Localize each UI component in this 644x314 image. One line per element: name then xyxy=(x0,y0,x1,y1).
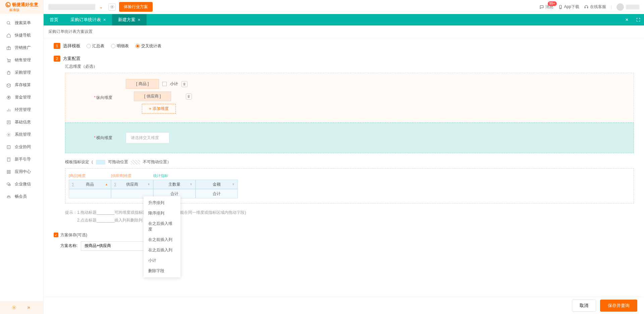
nav-label: 系统管理 xyxy=(15,132,31,137)
vdim-title: 汇总维度（必选） xyxy=(65,64,634,69)
nav-label: 应用中心 xyxy=(15,169,31,175)
list-icon xyxy=(6,120,11,125)
indicator-title: 模板指标设定（ 可拖动位置 不可拖动位置） xyxy=(65,159,634,165)
cell-empty xyxy=(69,189,111,198)
wechat-icon xyxy=(6,182,11,187)
radio-icon xyxy=(136,44,140,48)
menu-insert-col-after[interactable]: 在之后插入列 xyxy=(144,245,180,255)
menu-sort-desc[interactable]: 降序排列 xyxy=(144,208,180,218)
step-label: 方案配置 xyxy=(63,56,80,62)
delete-icon[interactable]: 🗑 xyxy=(181,81,187,87)
tab-home[interactable]: 首页 xyxy=(44,14,64,25)
nav-finance[interactable]: ¥资金管理 xyxy=(0,91,43,104)
cancel-button[interactable]: 取消 xyxy=(572,300,596,312)
breadcrumb: 采购订单统计表方案设置 xyxy=(44,25,644,38)
settings-button[interactable] xyxy=(108,3,116,11)
svg-text:¥: ¥ xyxy=(8,96,9,99)
home-icon xyxy=(6,33,11,38)
radio-cross[interactable]: 交叉统计表 xyxy=(136,43,161,49)
close-icon[interactable]: ✕ xyxy=(138,18,141,22)
add-dimension-button[interactable]: +添加维度 xyxy=(142,104,176,114)
service-button[interactable]: 在线客服 xyxy=(584,4,606,10)
svg-point-1 xyxy=(7,21,10,24)
delete-icon[interactable]: 🗑 xyxy=(186,93,192,100)
step-badge: 1 xyxy=(54,43,60,49)
nav-vip[interactable]: 畅会员 xyxy=(0,190,43,203)
topbar: ⌄ 体验行业方案 消息 99+ App下载 在线客服 | xyxy=(44,0,644,14)
col-product[interactable]: 商品▲ xyxy=(69,180,111,189)
nav-quick[interactable]: 快捷导航 xyxy=(0,29,43,42)
tab-label: 首页 xyxy=(50,17,58,23)
user-name-redacted xyxy=(626,5,639,9)
link-icon xyxy=(6,144,11,150)
nav-marketing[interactable]: 营销推广 xyxy=(0,42,43,54)
fullscreen-button[interactable] xyxy=(633,14,644,25)
footer-bar: 取消 保存并查询 xyxy=(44,297,644,314)
nav-purchase[interactable]: 采购管理 xyxy=(0,66,43,79)
col-amount[interactable]: 金额▼ xyxy=(196,180,238,189)
radio-detail[interactable]: 明细表 xyxy=(111,43,129,49)
tab-purchase-stats[interactable]: 采购订单统计表✕ xyxy=(64,14,112,25)
box-icon xyxy=(6,82,11,88)
vdim-label: *纵向维度 xyxy=(79,95,112,101)
nav-label: 销售管理 xyxy=(15,57,31,63)
legend-draggable xyxy=(96,160,105,165)
user-menu[interactable] xyxy=(616,3,639,11)
menu-sort-asc[interactable]: 升序排列 xyxy=(144,198,180,208)
menu-insert-col-before[interactable]: 在之前插入列 xyxy=(144,235,180,245)
cta-button[interactable]: 体验行业方案 xyxy=(119,2,153,12)
col-quantity[interactable]: 主数量▼ xyxy=(153,180,196,189)
svg-rect-21 xyxy=(7,172,8,174)
radio-summary[interactable]: 汇总表 xyxy=(87,43,104,49)
gift-icon xyxy=(6,45,11,51)
main: ⌄ 体验行业方案 消息 99+ App下载 在线客服 | xyxy=(44,0,644,314)
hdim-select[interactable]: 请选择交叉维度 xyxy=(126,132,169,143)
menu-delete-field[interactable]: 删除字段 xyxy=(144,266,180,276)
col-supplier[interactable]: 供应商▼ xyxy=(111,180,153,189)
nav-basic[interactable]: 基础信息 xyxy=(0,116,43,128)
collapse-icon[interactable] xyxy=(27,305,32,310)
close-icon[interactable]: ✕ xyxy=(103,18,106,22)
svg-rect-26 xyxy=(28,306,28,309)
tab-new-scheme[interactable]: 新建方案✕ xyxy=(112,14,147,25)
nav-wechat[interactable]: 企业微信 xyxy=(0,178,43,190)
dim-chip-supplier[interactable]: [ 供应商 ] xyxy=(134,91,171,101)
top-actions: 消息 99+ App下载 在线客服 | xyxy=(539,3,639,11)
nav-guide[interactable]: 新手引导 xyxy=(0,153,43,166)
menu-insert-dim-after[interactable]: 在之后插入维度 xyxy=(144,218,180,235)
nav-sales[interactable]: 销售管理 xyxy=(0,54,43,66)
nav-system[interactable]: 系统管理 xyxy=(0,128,43,141)
divider: | xyxy=(611,5,612,9)
org-selector[interactable]: ⌄ xyxy=(48,4,105,10)
close-all-button[interactable]: ✕ xyxy=(621,14,633,25)
nav-appcenter[interactable]: 应用中心 xyxy=(0,166,43,178)
nav-label: 经营管理 xyxy=(15,107,31,113)
vertical-dimension-box: *纵向维度 [ 商品 ] 小计 🗑 [ 供应商 ] 🗑 xyxy=(65,73,634,123)
column-context-menu: 升序排列 降序排列 在之后插入维度 在之前插入列 在之后插入列 小计 删除字段 xyxy=(144,196,180,277)
radio-label: 汇总表 xyxy=(92,43,104,49)
sidebar-footer xyxy=(0,301,43,314)
nav-operation[interactable]: 经营管理 xyxy=(0,104,43,116)
content: 采购订单统计表方案设置 1 选择模板 汇总表 明细表 交叉统计表 2 方案配置 xyxy=(44,25,644,314)
tab-label: 采购订单统计表 xyxy=(70,17,101,23)
nav-label: 企业微信 xyxy=(15,181,31,187)
save-query-button[interactable]: 保存并查询 xyxy=(600,300,637,312)
nav-collab[interactable]: 企业协同 xyxy=(0,141,43,153)
dim-chip-product[interactable]: [ 商品 ] xyxy=(126,79,159,89)
svg-point-6 xyxy=(10,61,10,62)
gear-icon xyxy=(6,132,11,137)
nav-search[interactable]: 搜索菜单 xyxy=(0,17,43,29)
save-checkbox[interactable]: ✓ xyxy=(54,233,58,237)
svg-rect-20 xyxy=(9,170,10,172)
save-opt-label: 方案保存(可选) xyxy=(60,232,87,238)
messages-button[interactable]: 消息 99+ xyxy=(539,4,553,10)
app-icon xyxy=(6,169,11,175)
save-opt: ✓ 方案保存(可选) xyxy=(54,232,634,238)
chevron-down-icon: ▼ xyxy=(147,183,150,186)
meta-stat: 统计指标 xyxy=(153,173,196,178)
menu-subtotal[interactable]: 小计 xyxy=(144,255,180,266)
app-download-button[interactable]: App下载 xyxy=(558,4,579,10)
subtotal-checkbox[interactable] xyxy=(162,82,167,86)
settings-icon[interactable] xyxy=(12,305,16,310)
nav-inventory[interactable]: 库存核算 xyxy=(0,79,43,91)
